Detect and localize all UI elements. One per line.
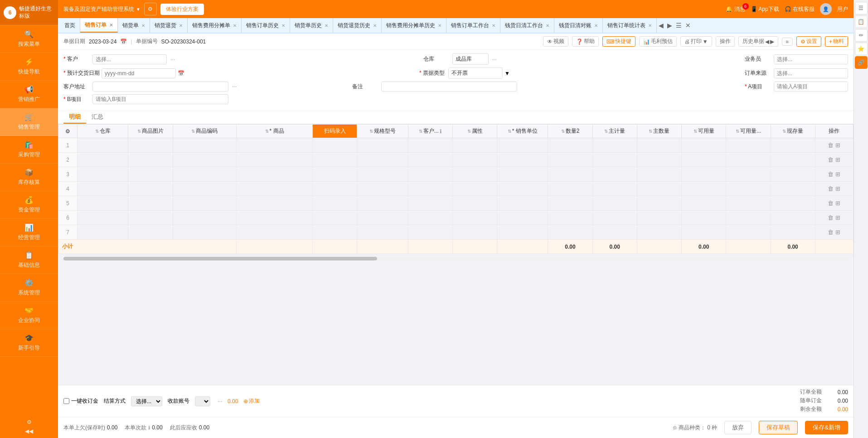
th-available2[interactable]: ⇅可用量... bbox=[726, 125, 771, 138]
sidebar-item-0[interactable]: 🔍搜索菜单 bbox=[0, 25, 58, 53]
cell-3-1[interactable] bbox=[128, 167, 173, 182]
settings-btn[interactable]: ⚙ 设置 bbox=[796, 36, 821, 47]
sidebar-item-2[interactable]: 📢营销推广 bbox=[0, 81, 58, 108]
account-select[interactable] bbox=[195, 396, 210, 406]
cell-5-10[interactable] bbox=[592, 196, 637, 211]
cell-7-4[interactable] bbox=[313, 225, 357, 240]
cell-6-0[interactable] bbox=[78, 211, 128, 225]
cell-7-0[interactable] bbox=[78, 225, 128, 240]
cell-3-9[interactable] bbox=[548, 167, 592, 182]
th-main-qty[interactable]: ⇅主数量 bbox=[637, 125, 681, 138]
cell-1-2[interactable] bbox=[173, 138, 236, 153]
tab-close-3[interactable]: ✕ bbox=[179, 23, 183, 28]
delivery-input[interactable] bbox=[102, 68, 176, 78]
profit-btn[interactable]: 📊 毛利预估 bbox=[639, 36, 677, 47]
row-copy-3[interactable]: ⊞ bbox=[835, 171, 840, 178]
message-button[interactable]: 🔔 消息 6 bbox=[726, 5, 745, 13]
cell-6-14[interactable] bbox=[771, 211, 815, 225]
cell-3-0[interactable] bbox=[78, 167, 128, 182]
th-product[interactable]: ⇅* 商品 bbox=[236, 125, 312, 138]
row-delete-6[interactable]: 🗑 bbox=[828, 214, 834, 221]
cell-3-10[interactable] bbox=[592, 167, 637, 182]
cell-4-9[interactable] bbox=[548, 182, 592, 196]
cell-4-13[interactable] bbox=[726, 182, 771, 196]
tab-4[interactable]: 销售费用分摊单✕ bbox=[188, 18, 242, 33]
cell-4-4[interactable] bbox=[313, 182, 357, 196]
cell-3-3[interactable] bbox=[236, 167, 312, 182]
cell-4-1[interactable] bbox=[128, 182, 173, 196]
cell-3-8[interactable] bbox=[497, 167, 548, 182]
discard-button[interactable]: 放弃 bbox=[724, 421, 752, 434]
tab-close-12[interactable]: ✕ bbox=[648, 23, 652, 28]
payment-select[interactable]: 选择... bbox=[131, 396, 162, 406]
row-copy-5[interactable]: ⊞ bbox=[835, 200, 840, 207]
operation-btn[interactable]: 操作 bbox=[716, 36, 735, 47]
help-btn[interactable]: ❓ 帮助 bbox=[572, 36, 599, 47]
cell-2-11[interactable] bbox=[637, 153, 681, 167]
tab-close-2[interactable]: ✕ bbox=[141, 23, 145, 28]
quick-order-checkbox[interactable]: 一键收订金 bbox=[63, 397, 98, 405]
cell-1-1[interactable] bbox=[128, 138, 173, 153]
cell-3-4[interactable] bbox=[313, 167, 357, 182]
cell-2-7[interactable] bbox=[452, 153, 497, 167]
invoice-dropdown-icon[interactable]: ▼ bbox=[504, 70, 510, 77]
tab-8[interactable]: 销售费用分摊单历史✕ bbox=[382, 18, 446, 33]
print-btn[interactable]: 🖨 打印 ▼ bbox=[680, 36, 712, 47]
th-main-unit[interactable]: ⇅主计量 bbox=[592, 125, 637, 138]
tab-10[interactable]: 钱货日清工作台✕ bbox=[500, 18, 554, 33]
cell-6-11[interactable] bbox=[637, 211, 681, 225]
cell-5-12[interactable] bbox=[682, 196, 726, 211]
cell-2-5[interactable] bbox=[357, 153, 408, 167]
project-a-input[interactable] bbox=[774, 82, 848, 91]
cell-5-14[interactable] bbox=[771, 196, 815, 211]
project-b-input[interactable] bbox=[92, 94, 228, 104]
cell-7-13[interactable] bbox=[726, 225, 771, 240]
tab-close-9[interactable]: ✕ bbox=[492, 23, 495, 28]
th-settings[interactable]: ⚙ bbox=[58, 125, 78, 138]
online-service[interactable]: 🎧 在线客服 bbox=[785, 5, 815, 13]
cell-7-6[interactable] bbox=[408, 225, 452, 240]
th-qty2[interactable]: ⇅数量2 bbox=[548, 125, 592, 138]
cell-1-4[interactable] bbox=[313, 138, 357, 153]
cell-7-14[interactable] bbox=[771, 225, 815, 240]
gear-button[interactable]: ⚙ bbox=[144, 3, 157, 15]
cell-7-12[interactable] bbox=[682, 225, 726, 240]
tab-summary[interactable]: 汇总 bbox=[86, 111, 109, 124]
tab-9[interactable]: 销售订单工作台✕ bbox=[446, 18, 500, 33]
cell-6-12[interactable] bbox=[682, 211, 726, 225]
cell-5-11[interactable] bbox=[637, 196, 681, 211]
cell-6-4[interactable] bbox=[313, 211, 357, 225]
cell-6-6[interactable] bbox=[408, 211, 452, 225]
cell-3-14[interactable] bbox=[771, 167, 815, 182]
sidebar-item-10[interactable]: 🤝企业协同 bbox=[0, 302, 58, 329]
address-more[interactable]: ··· bbox=[232, 83, 237, 90]
cell-4-2[interactable] bbox=[173, 182, 236, 196]
cell-5-4[interactable] bbox=[313, 196, 357, 211]
calendar-icon[interactable]: 📅 bbox=[120, 39, 127, 45]
app-download[interactable]: 📱 App下载 bbox=[751, 5, 779, 13]
cell-5-2[interactable] bbox=[173, 196, 236, 211]
tab-close-10[interactable]: ✕ bbox=[546, 23, 549, 28]
sidebar-item-6[interactable]: 💰资金管理 bbox=[0, 191, 58, 219]
row-delete-7[interactable]: 🗑 bbox=[828, 229, 834, 236]
cell-4-14[interactable] bbox=[771, 182, 815, 196]
tab-next[interactable]: ▶ bbox=[665, 22, 674, 29]
cell-1-14[interactable] bbox=[771, 138, 815, 153]
th-stock[interactable]: ⇅现存量 bbox=[771, 125, 815, 138]
tab-6[interactable]: 销货单历史✕ bbox=[290, 18, 333, 33]
cell-3-7[interactable] bbox=[452, 167, 497, 182]
quick-order-check[interactable] bbox=[63, 398, 69, 404]
sidebar-item-7[interactable]: 📊经营管理 bbox=[0, 219, 58, 246]
tab-12[interactable]: 销售订单统计表✕ bbox=[603, 18, 657, 33]
sidebar-item-5[interactable]: 📦库存核算 bbox=[0, 164, 58, 191]
th-attr[interactable]: ⇅属性 bbox=[452, 125, 497, 138]
account-more[interactable]: ··· bbox=[218, 398, 222, 404]
cell-2-12[interactable] bbox=[682, 153, 726, 167]
add-material-btn[interactable]: + 物料 bbox=[825, 36, 848, 47]
cell-6-3[interactable] bbox=[236, 211, 312, 225]
cell-2-1[interactable] bbox=[128, 153, 173, 167]
sidebar-item-4[interactable]: 🛍️采购管理 bbox=[0, 136, 58, 164]
cell-3-5[interactable] bbox=[357, 167, 408, 182]
tab-5[interactable]: 销售订单历史✕ bbox=[242, 18, 290, 33]
cell-7-2[interactable] bbox=[173, 225, 236, 240]
